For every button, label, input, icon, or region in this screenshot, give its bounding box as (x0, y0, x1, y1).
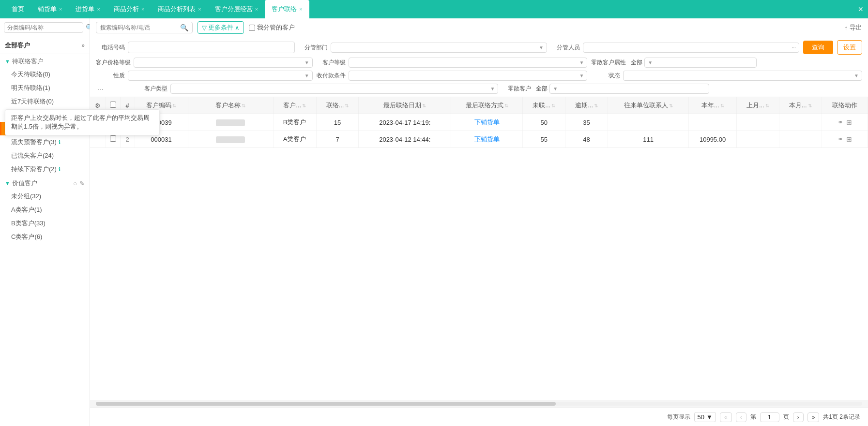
sidebar-item-tomorrow[interactable]: 明天待联络(1) (0, 81, 90, 95)
row2-action: ⚭ ⊞ (822, 131, 868, 148)
col-this-year[interactable]: 本年... ⇅ (689, 97, 737, 114)
horizontal-scrollbar[interactable] (96, 402, 862, 406)
sidebar-item-class-c[interactable]: C类客户(6) (0, 230, 90, 244)
retail-customer-select[interactable]: ▼ (549, 84, 709, 94)
sort-icon-code[interactable]: ⇅ (172, 103, 176, 108)
nav-item-customer-contact[interactable]: 客户联络 × (265, 0, 309, 18)
nav-item-home[interactable]: 首页 (5, 0, 31, 18)
retail-attr-select[interactable]: ▼ (644, 58, 757, 68)
sidebar-search-input[interactable] (4, 22, 83, 33)
nav-close-product-list[interactable]: × (198, 6, 201, 12)
phone-input[interactable] (128, 42, 295, 53)
sort-icon-last-month[interactable]: ⇅ (765, 103, 769, 108)
gender-select[interactable]: ▼ (128, 71, 313, 81)
sidebar-item-lost-preview[interactable]: 流失预警客户(3) ℹ (0, 135, 90, 149)
nav-close-product-analysis[interactable]: × (141, 6, 144, 12)
prev-page-btn[interactable]: ‹ (736, 412, 746, 422)
last-page-btn[interactable]: » (807, 412, 820, 422)
sort-icon-last-date[interactable]: ⇅ (422, 103, 426, 108)
nav-close-customer-seg[interactable]: × (255, 6, 258, 12)
nav-close-sales[interactable]: × (59, 6, 62, 12)
sort-icon-level[interactable]: ⇅ (302, 103, 306, 108)
customer-type-select[interactable]: ▼ (170, 84, 499, 94)
my-customers-checkbox-label[interactable]: 我分管的客户 (249, 23, 295, 32)
nav-item-product-list[interactable]: 商品分析列表 × (151, 0, 208, 18)
sidebar-item-class-b[interactable]: B类客户(33) (0, 217, 90, 230)
col-this-month[interactable]: 本月... ⇅ (779, 97, 822, 114)
status-label: 状态 (591, 72, 620, 80)
sidebar-item-class-a[interactable]: A类客户(1) (0, 203, 90, 217)
col-level[interactable]: 客户... ⇅ (273, 97, 316, 114)
hold-down-info-icon[interactable]: ℹ (59, 166, 61, 173)
row1-grid-icon[interactable]: ⊞ (846, 118, 852, 126)
sidebar-group-pending[interactable]: ▼ 待联络客户 (0, 54, 90, 68)
group-value-settings-icon[interactable]: ✎ (79, 180, 85, 187)
price-level-select[interactable]: ▼ (134, 58, 313, 68)
sidebar-item-ungroued[interactable]: 未分组(32) (0, 190, 90, 203)
row2-overdue: 48 (565, 131, 608, 148)
col-last-date[interactable]: 最后联络日期 ⇅ (359, 97, 451, 114)
person-select[interactable]: ··· (583, 43, 799, 53)
page-size-select[interactable]: 50 ▼ (694, 412, 716, 422)
nav-item-customer-segmentation[interactable]: 客户分层经营 × (208, 0, 265, 18)
my-customers-checkbox[interactable] (249, 25, 255, 31)
row2-grid-icon[interactable]: ⊞ (846, 135, 852, 143)
col-name[interactable]: 客户名称 ⇅ (188, 97, 273, 114)
export-btn[interactable]: ↑ 导出 (845, 23, 863, 32)
page-number-input[interactable] (760, 412, 779, 422)
sort-icon-un-contact[interactable]: ⇅ (551, 103, 555, 108)
col-overdue[interactable]: 逾期... ⇅ (565, 97, 608, 114)
search-icon[interactable]: 🔍 (180, 24, 188, 31)
sort-icon-overdue[interactable]: ⇅ (594, 103, 598, 108)
customer-level-select[interactable]: ▼ (349, 58, 588, 68)
sort-icon-contact-person[interactable]: ⇅ (669, 103, 673, 108)
col-contact-person[interactable]: 往来单位联系人 ⇅ (608, 97, 688, 114)
filter-dots[interactable]: ··· (96, 85, 106, 93)
nav-close-customer-contact[interactable]: × (299, 6, 302, 12)
payment-select[interactable]: ▼ (349, 71, 588, 81)
query-button[interactable]: 查询 (803, 41, 833, 54)
col-contact-count[interactable]: 联络... ⇅ (316, 97, 359, 114)
lost-preview-info-icon[interactable]: ℹ (59, 139, 61, 146)
sidebar-collapse-btn[interactable]: » (81, 42, 85, 49)
sidebar-item-7days[interactable]: 近7天待联络(0) (0, 95, 90, 108)
sort-icon-contact[interactable]: ⇅ (345, 103, 349, 108)
row1-last-method-link[interactable]: 下销货单 (474, 118, 500, 126)
next-page-btn[interactable]: › (793, 412, 804, 422)
row2-checkbox[interactable] (110, 135, 116, 142)
settings-icon[interactable]: ⚙ (95, 102, 101, 109)
setting-button[interactable]: 设置 (837, 40, 862, 55)
sidebar-item-hold-down[interactable]: 持续下滑客户(2) ℹ (0, 162, 90, 176)
nav-item-sales[interactable]: 销货单 × (31, 0, 69, 18)
col-last-method[interactable]: 最后联络方式 ⇅ (451, 97, 523, 114)
window-close-button[interactable]: × (858, 5, 863, 14)
sidebar-search-icon[interactable]: 🔍 (86, 24, 90, 31)
sort-icon-this-year[interactable]: ⇅ (720, 103, 724, 108)
phone-label: 电话号码 (96, 44, 125, 52)
sort-icon-name[interactable]: ⇅ (242, 103, 245, 108)
first-page-btn[interactable]: « (720, 412, 732, 422)
more-conditions-btn[interactable]: ▽ 更多条件 ∧ (198, 21, 244, 34)
row2-link-icon[interactable]: ⚭ (838, 135, 843, 143)
dept-select[interactable]: ▼ (331, 43, 547, 53)
group-value-edit-icon[interactable]: ○ (73, 180, 77, 187)
sort-icon-last-method[interactable]: ⇅ (504, 103, 508, 108)
row1-link-icon[interactable]: ⚭ (838, 118, 843, 126)
col-last-month[interactable]: 上月... ⇅ (736, 97, 779, 114)
nav-item-purchase[interactable]: 进货单 × (69, 0, 107, 18)
sidebar-group-value[interactable]: ▼ 价值客户 ○ ✎ (0, 176, 90, 190)
scrollbar-thumb[interactable] (96, 402, 556, 406)
retail-attr-value: 全部 (629, 59, 644, 67)
nav-close-purchase[interactable]: × (97, 6, 100, 12)
col-un-contact[interactable]: 未联... ⇅ (523, 97, 565, 114)
nav-item-product-analysis[interactable]: 商品分析 × (107, 0, 151, 18)
select-all-checkbox[interactable] (110, 102, 116, 108)
sidebar-item-already-lost[interactable]: 已流失客户(24) (0, 149, 90, 162)
row2-last-method-link[interactable]: 下销货单 (474, 135, 500, 143)
row2-last-method[interactable]: 下销货单 (451, 131, 523, 148)
status-select[interactable]: ▼ (623, 71, 862, 81)
sort-icon-this-month[interactable]: ⇅ (808, 103, 812, 108)
row1-last-method[interactable]: 下销货单 (451, 114, 523, 131)
sidebar-item-today[interactable]: 今天待联络(0) (0, 68, 90, 81)
search-input[interactable] (100, 24, 180, 31)
